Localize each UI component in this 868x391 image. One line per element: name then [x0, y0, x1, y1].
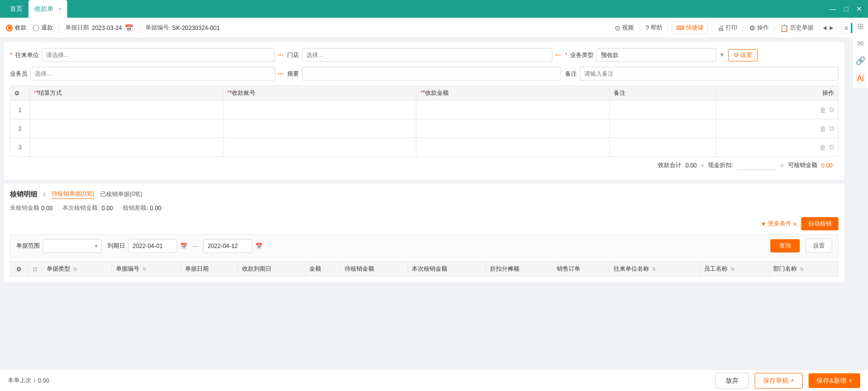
verify-stats: 未核销金额 0.00 本次核销金额: 0.00 核销差额: 0.00	[10, 204, 839, 212]
due-date-to-input[interactable]	[203, 239, 252, 253]
stat-this-verify: 本次核销金额: 0.00	[62, 204, 113, 212]
counterparty-input[interactable]	[42, 48, 275, 62]
row-1-remark[interactable]	[609, 101, 716, 119]
row-2-delete-icon[interactable]: 🗑	[819, 125, 826, 133]
store-text[interactable]	[306, 52, 548, 58]
verify-title: 核销明细	[10, 190, 37, 199]
bill-no-value: SK-20230324-001	[172, 25, 219, 31]
sidebar-link-icon[interactable]: 🔗	[856, 56, 866, 65]
row-3-amount[interactable]	[416, 138, 610, 157]
print-button[interactable]: 🖨 打印	[715, 23, 739, 33]
row-2-settlement[interactable]	[30, 119, 223, 138]
history-button[interactable]: 📋 历史单据	[778, 23, 815, 33]
video-label: 视频	[622, 24, 634, 32]
vcol-check[interactable]: □	[28, 262, 43, 277]
shortcut-button[interactable]: ⌨ 快捷键	[672, 22, 708, 34]
row-3-settlement[interactable]	[30, 138, 223, 157]
salesman-input[interactable]	[30, 67, 275, 81]
row-1-account[interactable]	[223, 101, 416, 119]
range-label: 单据范围	[16, 242, 40, 250]
vcol-gear[interactable]: ⚙	[10, 262, 28, 277]
row-3-account[interactable]	[223, 138, 416, 157]
range-select[interactable]	[43, 239, 102, 253]
row-3-delete-icon[interactable]: 🗑	[819, 143, 826, 151]
radio-receipt-label: 收款	[15, 24, 27, 32]
row-3-copy-icon[interactable]: ⧉	[829, 143, 834, 151]
verify-tab-pending[interactable]: 待核销单据(0笔)	[52, 190, 94, 199]
biztype-dropdown-icon[interactable]: ▼	[719, 52, 725, 58]
salesman-text[interactable]	[35, 70, 271, 77]
next-icon[interactable]: ▶	[830, 25, 834, 30]
settings-button[interactable]: ⚙ 设置	[728, 49, 758, 61]
row-2-amount[interactable]	[416, 119, 610, 138]
auto-verify-button[interactable]: 自动核销	[801, 217, 839, 230]
save-new-button[interactable]: 保存&新增 ∧	[809, 373, 860, 388]
col-settlement: **结算方式	[30, 86, 223, 101]
operations-button[interactable]: ⚙ 操作	[747, 23, 771, 33]
summary-input[interactable]	[302, 67, 561, 81]
radio-refund[interactable]: 退款	[32, 24, 53, 32]
sidebar-ai-icon[interactable]: Ai	[856, 73, 865, 84]
row-3-num: 3	[10, 138, 30, 157]
prev-icon[interactable]: ◀	[823, 25, 827, 30]
abandon-button[interactable]: 放弃	[715, 373, 749, 389]
save-draft-button[interactable]: 保存草稿 ∧	[755, 373, 803, 389]
filter-settings-button[interactable]: 设置	[806, 239, 832, 253]
bottom-info-icon[interactable]: ℹ	[33, 377, 36, 384]
list-view-btn[interactable]: ≡	[841, 23, 851, 33]
store-more-icon[interactable]: ···	[555, 51, 561, 59]
cal-to-icon[interactable]: 📅	[255, 243, 263, 250]
query-button[interactable]: 查询	[770, 239, 800, 252]
biztype-label: 业务类型	[570, 51, 594, 59]
remark-input[interactable]	[580, 67, 839, 81]
cal-from-icon[interactable]: 📅	[180, 243, 188, 250]
due-date-from-input[interactable]	[128, 239, 177, 253]
row-2-remark[interactable]	[609, 119, 716, 138]
vcol-sales-order: 销售订单	[553, 262, 610, 277]
row-2-account[interactable]	[223, 119, 416, 138]
bill-no-field: 单据编号 SK-20230324-001	[145, 24, 219, 32]
settings-icon: ⚙	[733, 52, 739, 58]
col-gear[interactable]: ⚙	[10, 86, 30, 101]
sidebar-table-icon[interactable]: ⊞	[857, 22, 864, 31]
help-button[interactable]: ? 帮助	[643, 23, 664, 33]
verify-info-icon[interactable]: ℹ	[43, 191, 46, 198]
store-input[interactable]	[302, 48, 552, 62]
discount-input[interactable]	[737, 161, 777, 170]
close-button[interactable]: ✕	[854, 5, 864, 13]
counterparty-text[interactable]	[46, 52, 271, 58]
counterparty-more-icon[interactable]: ···	[278, 51, 284, 59]
radio-refund-label: 退款	[41, 24, 53, 32]
receipt-table: ⚙ **结算方式 **收款账号 **收款金额 备注 操作 1	[10, 85, 839, 157]
remark-text[interactable]	[584, 70, 834, 77]
counterparty-field: * 往来单位 ···	[10, 48, 283, 62]
row-1-delete-icon[interactable]: 🗑	[819, 106, 826, 114]
bottom-info: 本单上次 ℹ 0.00	[8, 376, 49, 385]
top-nav: 首页 收款单 × — □ ✕	[0, 0, 868, 18]
nav-home[interactable]: 首页	[4, 0, 28, 18]
row-1-amount[interactable]	[416, 101, 610, 119]
minimize-button[interactable]: —	[828, 5, 839, 13]
radio-receipt[interactable]: 收款	[6, 24, 27, 32]
more-conditions-button[interactable]: ▼ 更多条件 ∧	[760, 220, 797, 228]
nav-receipt[interactable]: 收款单 ×	[28, 0, 67, 18]
save-draft-label: 保存草稿	[763, 376, 788, 385]
sidebar-mail-icon[interactable]: ✉	[857, 39, 864, 48]
row-2-copy-icon[interactable]: ⧉	[829, 124, 834, 133]
col-ops: 操作	[716, 86, 839, 101]
calendar-icon[interactable]: 📅	[125, 24, 133, 32]
video-button[interactable]: ⊙ 视频	[613, 23, 636, 33]
biztype-input[interactable]: 预收款	[597, 48, 716, 62]
video-icon: ⊙	[615, 24, 621, 32]
vcol-no: 单据编号 ⇅	[112, 262, 181, 277]
verify-tab-done[interactable]: 已核销单据(0笔)	[100, 190, 143, 199]
form-row-1: * 往来单位 ··· 门店 ··· * 业务类型 预收款	[10, 48, 839, 62]
salesman-more-icon[interactable]: ···	[278, 70, 284, 78]
row-3-remark[interactable]	[609, 138, 716, 157]
row-1-copy-icon[interactable]: ⧉	[829, 106, 834, 114]
maximize-button[interactable]: □	[842, 5, 850, 13]
summary-text[interactable]	[306, 70, 556, 77]
close-tab-icon[interactable]: ×	[58, 6, 61, 12]
vcol-due: 收款到期日	[238, 262, 305, 277]
row-1-settlement[interactable]	[30, 101, 223, 119]
